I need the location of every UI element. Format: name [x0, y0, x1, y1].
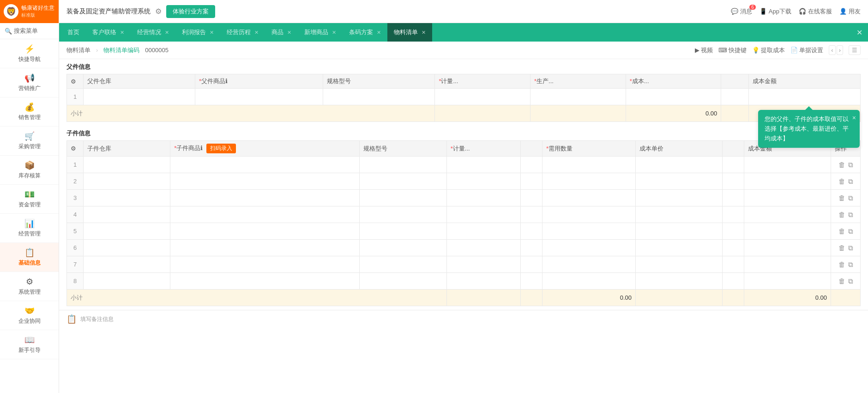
action-voucher-setting[interactable]: 📄 单据设置	[790, 46, 823, 54]
trial-button[interactable]: 体验行业方案	[166, 5, 215, 18]
sidebar-item-collab[interactable]: 🤝 企业协同	[0, 301, 59, 330]
action-cost[interactable]: 💡 提取成本	[752, 46, 785, 54]
delete-row-7-icon[interactable]: 🗑	[838, 260, 845, 268]
child-row-2-warehouse[interactable]	[84, 173, 170, 190]
online-service-button[interactable]: 🎧 在线客服	[799, 7, 832, 16]
search-menu[interactable]: 🔍 搜索菜单	[0, 23, 59, 39]
delete-row-1-icon[interactable]: 🗑	[838, 161, 845, 169]
child-row-5-spec[interactable]	[360, 223, 446, 240]
tab-bom[interactable]: 物料清单✕	[387, 23, 432, 42]
sidebar-item-guide[interactable]: 📖 新手引导	[0, 330, 59, 359]
child-row-1-unit-cost[interactable]	[635, 157, 722, 173]
child-row-5-warehouse[interactable]	[84, 223, 170, 240]
child-row-4-spec[interactable]	[360, 206, 446, 223]
app-download-button[interactable]: 📱 App下载	[760, 7, 791, 16]
tab-goods-close[interactable]: ✕	[287, 30, 291, 36]
child-row-3-unit-cost[interactable]	[635, 190, 722, 206]
child-row-7-warehouse[interactable]	[84, 256, 170, 273]
child-row-3-unit[interactable]	[446, 190, 521, 206]
tab-goods[interactable]: 商品✕	[265, 23, 298, 42]
child-row-2-unit-cost[interactable]	[635, 173, 722, 190]
child-row-5-qty[interactable]	[542, 223, 635, 240]
child-row-8-warehouse[interactable]	[84, 273, 170, 290]
child-row-8-amount[interactable]	[744, 273, 831, 290]
sidebar-item-operation[interactable]: 📊 经营管理	[0, 214, 59, 243]
sidebar-item-finance[interactable]: 💵 资金管理	[0, 185, 59, 214]
delete-row-2-icon[interactable]: 🗑	[838, 177, 845, 185]
delete-row-3-icon[interactable]: 🗑	[838, 194, 845, 202]
child-row-4-unit-cost[interactable]	[635, 206, 722, 223]
parent-row-1-cost[interactable]	[626, 89, 721, 105]
nav-prev[interactable]: ‹	[829, 45, 835, 55]
child-row-4-goods[interactable]	[170, 206, 360, 223]
tab-bom-close[interactable]: ✕	[422, 30, 426, 36]
copy-row-3-icon[interactable]: ⧉	[848, 194, 853, 202]
child-row-5-unit-cost[interactable]	[635, 223, 722, 240]
child-row-1-amount[interactable]	[744, 157, 831, 173]
child-row-3-spec[interactable]	[360, 190, 446, 206]
close-all-tabs[interactable]: ✕	[853, 28, 866, 37]
action-video[interactable]: ▶ 视频	[695, 46, 713, 54]
child-row-6-spec[interactable]	[360, 240, 446, 256]
child-row-1-unit[interactable]	[446, 157, 521, 173]
child-row-1-spec[interactable]	[360, 157, 446, 173]
tab-barcode[interactable]: 条码方案✕	[343, 23, 387, 42]
tab-history-close[interactable]: ✕	[254, 30, 259, 36]
sidebar-item-quick-nav[interactable]: ⚡ 快捷导航	[0, 39, 59, 68]
copy-row-8-icon[interactable]: ⧉	[848, 277, 853, 285]
child-row-6-unit-cost[interactable]	[635, 240, 722, 256]
delete-row-4-icon[interactable]: 🗑	[838, 211, 845, 218]
tab-operation-status[interactable]: 经营情况✕	[131, 23, 175, 42]
tab-home[interactable]: 首页	[61, 23, 86, 42]
child-row-2-spec[interactable]	[360, 173, 446, 190]
tab-profit[interactable]: 利润报告✕	[175, 23, 220, 42]
child-row-6-amount[interactable]	[744, 240, 831, 256]
child-row-5-goods[interactable]	[170, 223, 360, 240]
child-row-3-qty[interactable]	[542, 190, 635, 206]
child-row-4-warehouse[interactable]	[84, 206, 170, 223]
tab-barcode-close[interactable]: ✕	[377, 30, 381, 36]
child-row-8-spec[interactable]	[360, 273, 446, 290]
message-button[interactable]: 💬 消息 6	[731, 7, 752, 16]
tab-profit-close[interactable]: ✕	[210, 30, 214, 36]
child-row-5-amount[interactable]	[744, 223, 831, 240]
sidebar-item-inventory[interactable]: 📦 库存核算	[0, 156, 59, 185]
parent-row-1-warehouse[interactable]	[84, 89, 195, 105]
delete-row-5-icon[interactable]: 🗑	[838, 227, 845, 235]
child-row-7-spec[interactable]	[360, 256, 446, 273]
child-row-7-qty[interactable]	[542, 256, 635, 273]
child-row-2-unit[interactable]	[446, 173, 521, 190]
child-row-1-qty[interactable]	[542, 157, 635, 173]
child-row-8-unit[interactable]	[446, 273, 521, 290]
settings-icon[interactable]: ⚙	[155, 7, 162, 16]
delete-row-8-icon[interactable]: 🗑	[838, 277, 845, 285]
action-shortcut[interactable]: ⌨ 快捷键	[718, 46, 747, 54]
child-row-1-goods[interactable]	[170, 157, 360, 173]
parent-row-1-spec[interactable]	[323, 89, 435, 105]
tab-new-goods-close[interactable]: ✕	[332, 30, 336, 36]
copy-row-7-icon[interactable]: ⧉	[848, 260, 853, 269]
sidebar-item-marketing[interactable]: 📢 营销推广	[0, 68, 59, 97]
sidebar-item-system[interactable]: ⚙ 系统管理	[0, 272, 59, 301]
parent-row-1-unit[interactable]	[435, 89, 530, 105]
sidebar-item-purchase[interactable]: 🛒 采购管理	[0, 127, 59, 156]
parent-row-1-goods[interactable]	[195, 89, 323, 105]
child-row-7-unit[interactable]	[446, 256, 521, 273]
child-row-2-amount[interactable]	[744, 173, 831, 190]
nav-next[interactable]: ›	[837, 45, 843, 55]
child-row-2-goods[interactable]	[170, 173, 360, 190]
copy-row-1-icon[interactable]: ⧉	[848, 161, 853, 169]
child-row-6-warehouse[interactable]	[84, 240, 170, 256]
child-row-5-unit[interactable]	[446, 223, 521, 240]
copy-row-4-icon[interactable]: ⧉	[848, 211, 853, 219]
tab-history[interactable]: 经营历程✕	[220, 23, 265, 42]
parent-row-1-amount[interactable]	[748, 89, 860, 105]
child-row-7-goods[interactable]	[170, 256, 360, 273]
child-row-1-warehouse[interactable]	[84, 157, 170, 173]
child-row-7-unit-cost[interactable]	[635, 256, 722, 273]
scan-input-btn[interactable]: 扫码录入	[206, 144, 236, 153]
tooltip-close-btn[interactable]: ×	[852, 113, 856, 123]
copy-row-6-icon[interactable]: ⧉	[848, 244, 853, 252]
user-button[interactable]: 👤 用友	[839, 7, 861, 16]
child-row-8-qty[interactable]	[542, 273, 635, 290]
